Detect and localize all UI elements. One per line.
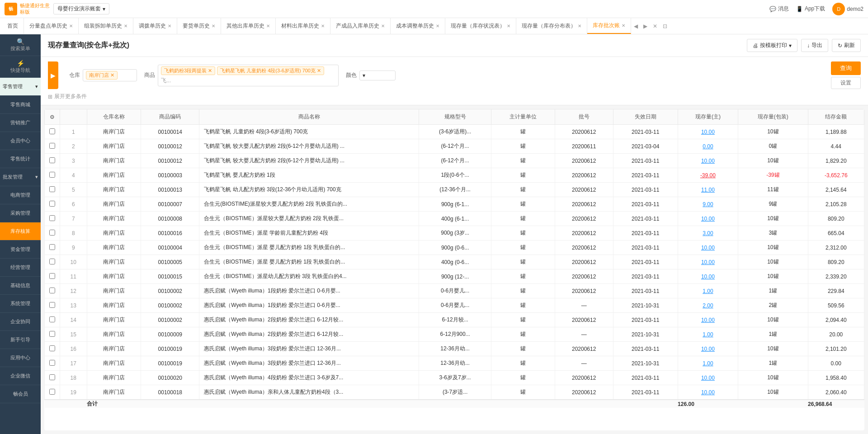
row-qty-main[interactable]: 10.00 bbox=[678, 371, 738, 385]
color-tags[interactable]: ▾ bbox=[359, 71, 396, 80]
tab-8[interactable]: 成本调整单历史 ✕ bbox=[391, 18, 445, 34]
row-checkbox[interactable] bbox=[45, 183, 60, 197]
tab-home[interactable]: 首页 bbox=[2, 18, 24, 34]
row-checkbox[interactable] bbox=[45, 125, 60, 139]
sidebar-item-member[interactable]: 会员中心 bbox=[0, 132, 41, 150]
tab-close-11[interactable]: ✕ bbox=[622, 23, 625, 28]
tab-close-8[interactable]: ✕ bbox=[436, 24, 439, 28]
sidebar-item-system[interactable]: 系统管理 bbox=[0, 295, 41, 313]
product-tag-close-1[interactable]: ✕ bbox=[317, 68, 321, 74]
sidebar-item-member-card[interactable]: 畅会员 bbox=[0, 385, 41, 403]
filter-expand-arrow[interactable]: ▶ bbox=[48, 61, 58, 89]
refresh-btn[interactable]: ↻ 刷新 bbox=[832, 39, 861, 52]
tab-7[interactable]: 产成品入库单历史 ✕ bbox=[330, 18, 391, 34]
industry-selector[interactable]: 母婴行业演示账套 ▾ bbox=[53, 3, 109, 14]
product-tag-close-0[interactable]: ✕ bbox=[208, 68, 212, 74]
tab-close-9[interactable]: ✕ bbox=[507, 24, 510, 28]
row-checkbox[interactable] bbox=[45, 168, 60, 183]
row-checkbox[interactable] bbox=[45, 327, 60, 342]
tab-1[interactable]: 分量盘点单历史 ✕ bbox=[24, 18, 79, 34]
setting-button[interactable]: 设置 bbox=[831, 77, 861, 89]
sidebar-item-basic-info[interactable]: 基础信息 bbox=[0, 277, 41, 295]
tab-6[interactable]: 材料出库单历史 ✕ bbox=[276, 18, 330, 34]
sidebar-item-finance[interactable]: 资金管理 bbox=[0, 241, 41, 259]
row-checkbox[interactable] bbox=[45, 385, 60, 400]
app-download-btn[interactable]: 📱 App下载 bbox=[796, 5, 825, 13]
sidebar-item-inventory[interactable]: 库存核算 bbox=[0, 222, 41, 241]
user-area[interactable]: D demo2 bbox=[832, 3, 863, 15]
warehouse-tag-0[interactable]: 南岸门店 ✕ bbox=[86, 71, 118, 80]
tab-close-5[interactable]: ✕ bbox=[266, 24, 270, 28]
row-qty-main[interactable]: 11.00 bbox=[678, 183, 738, 197]
tab-close-6[interactable]: ✕ bbox=[321, 24, 325, 28]
row-checkbox[interactable] bbox=[45, 241, 60, 255]
row-checkbox[interactable] bbox=[45, 226, 60, 241]
row-qty-main[interactable]: 0.00 bbox=[678, 139, 738, 154]
tab-9[interactable]: 现存量（库存状况表） ✕ bbox=[445, 18, 516, 34]
row-checkbox[interactable] bbox=[45, 356, 60, 371]
product-tag-1[interactable]: 飞鹤星飞帆 儿童奶粉 4段(3-6岁适用) 700克 ✕ bbox=[217, 66, 324, 75]
sidebar-item-ecommerce[interactable]: 电商管理 bbox=[0, 186, 41, 204]
expand-conditions-btn[interactable]: ⊞ 展开更多条件 bbox=[48, 93, 861, 100]
print-btn[interactable]: 🖨 按模板打印 ▾ bbox=[747, 39, 797, 52]
row-checkbox[interactable] bbox=[45, 154, 60, 168]
row-checkbox[interactable] bbox=[45, 313, 60, 327]
row-checkbox[interactable] bbox=[45, 197, 60, 212]
sidebar-item-wechat-work[interactable]: 企业微信 bbox=[0, 367, 41, 385]
tab-3[interactable]: 调拨单历史 ✕ bbox=[133, 18, 177, 34]
row-qty-main[interactable]: 10.00 bbox=[678, 313, 738, 327]
tab-prev[interactable]: ◀ bbox=[631, 21, 641, 31]
row-checkbox[interactable] bbox=[45, 269, 60, 284]
quick-nav[interactable]: ⚡ 快捷导航 bbox=[0, 56, 41, 78]
row-qty-main[interactable]: 1.00 bbox=[678, 284, 738, 298]
row-checkbox[interactable] bbox=[45, 284, 60, 298]
sidebar-item-marketing[interactable]: 营销推广 bbox=[0, 114, 41, 132]
tab-11[interactable]: 库存批次账 ✕ bbox=[587, 18, 631, 34]
row-qty-main[interactable]: 9.00 bbox=[678, 197, 738, 212]
row-qty-main[interactable]: 10.00 bbox=[678, 255, 738, 269]
row-qty-main[interactable]: 2.00 bbox=[678, 298, 738, 313]
row-qty-main[interactable]: 10.00 bbox=[678, 212, 738, 226]
row-qty-main[interactable]: 10.00 bbox=[678, 269, 738, 284]
row-qty-main[interactable]: 1.00 bbox=[678, 327, 738, 342]
sidebar-item-guide[interactable]: 新手引导 bbox=[0, 331, 41, 349]
tab-2[interactable]: 组装拆卸单历史 ✕ bbox=[79, 18, 133, 34]
row-checkbox[interactable] bbox=[45, 342, 60, 356]
export-btn[interactable]: ↓ 导出 bbox=[801, 39, 828, 52]
tab-4[interactable]: 要货单历史 ✕ bbox=[177, 18, 221, 34]
sidebar-item-retail-mall[interactable]: 零售商城 bbox=[0, 96, 41, 114]
row-qty-main[interactable]: 10.00 bbox=[678, 342, 738, 356]
warehouse-tags[interactable]: 南岸门店 ✕ bbox=[83, 69, 137, 81]
tab-close-10[interactable]: ✕ bbox=[578, 24, 581, 28]
tab-5[interactable]: 其他出库单历史 ✕ bbox=[221, 18, 276, 34]
tab-close-7[interactable]: ✕ bbox=[381, 24, 385, 28]
message-btn[interactable]: 💬 消息 bbox=[769, 5, 789, 13]
tab-maximize[interactable]: ⊡ bbox=[660, 21, 670, 31]
tab-close-3[interactable]: ✕ bbox=[168, 24, 171, 28]
row-qty-main[interactable]: 3.00 bbox=[678, 226, 738, 241]
tab-close-2[interactable]: ✕ bbox=[124, 24, 127, 28]
warehouse-tag-close[interactable]: ✕ bbox=[110, 72, 114, 78]
tab-close-4[interactable]: ✕ bbox=[212, 24, 215, 28]
sidebar-item-operations[interactable]: 经营管理 bbox=[0, 259, 41, 277]
row-qty-main[interactable]: -39.00 bbox=[678, 168, 738, 183]
tab-close-all[interactable]: ✕ bbox=[650, 21, 660, 31]
product-tag-0[interactable]: 飞鹤奶粉3段两提装 ✕ bbox=[161, 66, 215, 75]
product-tags[interactable]: 飞鹤奶粉3段两提装 ✕ 飞鹤星飞帆 儿童奶粉 4段(3-6岁适用) 700克 ✕… bbox=[158, 65, 339, 86]
row-checkbox[interactable] bbox=[45, 371, 60, 385]
row-checkbox[interactable] bbox=[45, 212, 60, 226]
row-checkbox[interactable] bbox=[45, 139, 60, 154]
row-checkbox[interactable] bbox=[45, 255, 60, 269]
row-qty-main[interactable]: 10.00 bbox=[678, 125, 738, 139]
sidebar-item-retail-stats[interactable]: 零售统计 bbox=[0, 150, 41, 168]
row-qty-main[interactable]: 10.00 bbox=[678, 241, 738, 255]
sidebar-item-app-center[interactable]: 应用中心 bbox=[0, 349, 41, 367]
sidebar-item-retail-mgmt[interactable]: 零售管理 ▾ bbox=[0, 78, 41, 96]
sidebar-item-collab[interactable]: 企业协同 bbox=[0, 313, 41, 331]
query-button[interactable]: 查询 bbox=[831, 61, 861, 75]
col-settings[interactable]: ⚙ bbox=[45, 109, 60, 125]
tab-close-1[interactable]: ✕ bbox=[69, 24, 73, 28]
sidebar-item-wholesale[interactable]: 批发管理 ▾ bbox=[0, 168, 41, 186]
row-qty-main[interactable]: 10.00 bbox=[678, 154, 738, 168]
row-qty-main[interactable]: 10.00 bbox=[678, 385, 738, 400]
